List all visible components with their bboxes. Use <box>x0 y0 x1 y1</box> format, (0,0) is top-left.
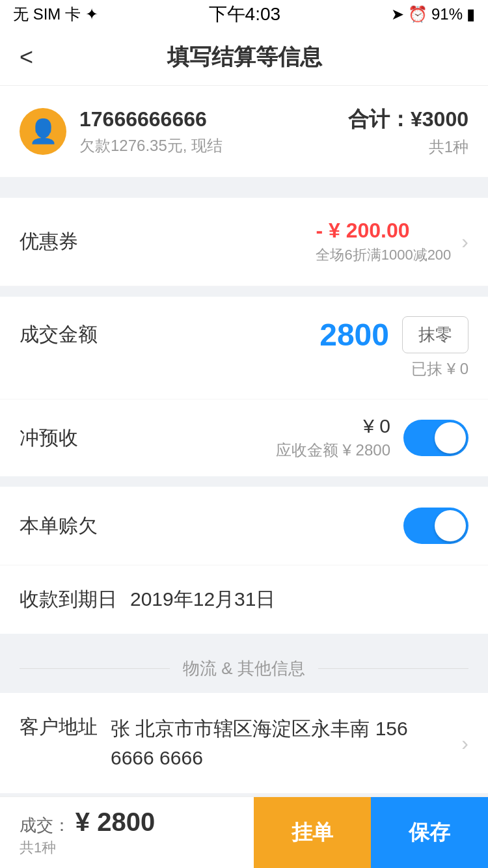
transaction-amount: 2800 <box>319 317 389 353</box>
debit-label: 本单赊欠 <box>20 513 98 539</box>
total-value: ¥3000 <box>411 107 468 131</box>
address-chevron-icon: › <box>461 731 468 755</box>
section-gap-3 <box>0 476 488 487</box>
coupon-discount: - ¥ 200.00 <box>316 219 451 243</box>
content-area: 👤 17666666666 欠款1276.35元, 现结 合计：¥3000 共1… <box>0 86 488 868</box>
duedate-value: 2019年12月31日 <box>130 586 275 613</box>
footer-trans-label: 成交： <box>20 815 70 835</box>
customer-note: 欠款1276.35元, 现结 <box>79 135 223 156</box>
toggle-knob <box>435 422 466 454</box>
total-label: 合计： <box>348 107 411 131</box>
footer-trans-row: 成交： ¥ 2800 <box>20 807 234 837</box>
location-icon: ➤ <box>391 5 404 23</box>
debit-toggle-knob <box>435 510 466 541</box>
transaction-section: 成交金额 2800 抹零 已抹 ¥ 0 <box>0 297 488 399</box>
logistics-divider: 物流 & 其他信息 <box>0 644 488 693</box>
section-gap-2 <box>0 286 488 297</box>
coupon-row[interactable]: 优惠券 - ¥ 200.00 全场6折满1000减200 › <box>0 198 488 286</box>
customer-phone: 17666666666 <box>79 107 223 131</box>
duedate-section: 收款到期日 2019年12月31日 <box>0 565 488 634</box>
divider-line-left <box>20 668 170 669</box>
status-right: ➤ ⏰ 91% ▮ <box>391 5 475 23</box>
prereceive-info: ¥ 0 应收金额 ¥ 2800 <box>276 415 390 461</box>
coupon-right: - ¥ 200.00 全场6折满1000减200 › <box>316 219 468 265</box>
customer-left: 👤 17666666666 欠款1276.35元, 现结 <box>20 107 223 156</box>
coupon-detail: 全场6折满1000减200 <box>316 245 451 265</box>
battery-icon: ▮ <box>467 5 475 23</box>
coupon-chevron-icon: › <box>461 230 468 254</box>
footer: 成交： ¥ 2800 共1种 挂单 保存 <box>0 796 488 868</box>
prereceive-sub: 应收金额 ¥ 2800 <box>276 440 390 461</box>
prereceive-label: 冲预收 <box>20 425 78 452</box>
logistics-text: 物流 & 其他信息 <box>183 657 305 680</box>
hang-button[interactable]: 挂单 <box>254 797 371 869</box>
prereceive-value: ¥ 0 <box>276 415 390 437</box>
prereceive-right: ¥ 0 应收金额 ¥ 2800 <box>276 415 468 461</box>
status-bar: 无 SIM 卡 ✦ 下午4:03 ➤ ⏰ 91% ▮ <box>0 0 488 29</box>
avatar: 👤 <box>20 108 66 155</box>
duedate-label: 收款到期日 <box>20 586 117 613</box>
coupon-label: 优惠券 <box>20 228 78 255</box>
page-title: 填写结算等信息 <box>46 42 442 72</box>
save-button[interactable]: 保存 <box>371 797 488 869</box>
status-time: 下午4:03 <box>209 2 281 27</box>
section-gap-4 <box>0 634 488 644</box>
footer-trans-amount: ¥ 2800 <box>75 807 155 836</box>
back-button[interactable]: < <box>20 44 33 71</box>
debit-toggle[interactable] <box>403 508 468 544</box>
footer-count: 共1种 <box>20 838 234 858</box>
address-value: 张 北京市市辖区海淀区永丰南 156 6666 6666 <box>111 714 451 772</box>
clock-icon: ⏰ <box>408 5 427 23</box>
duedate-row: 收款到期日 2019年12月31日 <box>20 586 468 613</box>
transaction-label: 成交金额 <box>20 321 98 348</box>
debit-section: 本单赊欠 <box>0 487 488 565</box>
footer-left: 成交： ¥ 2800 共1种 <box>0 807 254 858</box>
sim-label: 无 SIM 卡 ✦ <box>13 4 98 25</box>
customer-card: 👤 17666666666 欠款1276.35元, 现结 合计：¥3000 共1… <box>0 86 488 177</box>
total-amount: 合计：¥3000 <box>348 105 468 134</box>
transaction-right: 2800 抹零 <box>319 316 468 353</box>
section-gap-1 <box>0 187 488 198</box>
transaction-row: 成交金额 2800 抹零 <box>20 316 468 353</box>
battery-label: 91% <box>431 5 463 23</box>
transaction-sub: 已抹 ¥ 0 <box>20 359 468 379</box>
prereceive-toggle[interactable] <box>403 420 468 456</box>
address-label: 客户地址 <box>20 714 98 740</box>
prereceive-section: 冲预收 ¥ 0 应收金额 ¥ 2800 <box>0 399 488 476</box>
customer-right: 合计：¥3000 共1种 <box>348 105 468 157</box>
customer-info: 17666666666 欠款1276.35元, 现结 <box>79 107 223 156</box>
nav-bar: < 填写结算等信息 <box>0 29 488 86</box>
total-count: 共1种 <box>348 137 468 157</box>
divider-line-right <box>318 668 468 669</box>
address-section[interactable]: 客户地址 张 北京市市辖区海淀区永丰南 156 6666 6666 › <box>0 693 488 793</box>
status-left: 无 SIM 卡 ✦ <box>13 4 98 25</box>
round-button[interactable]: 抹零 <box>402 316 468 353</box>
